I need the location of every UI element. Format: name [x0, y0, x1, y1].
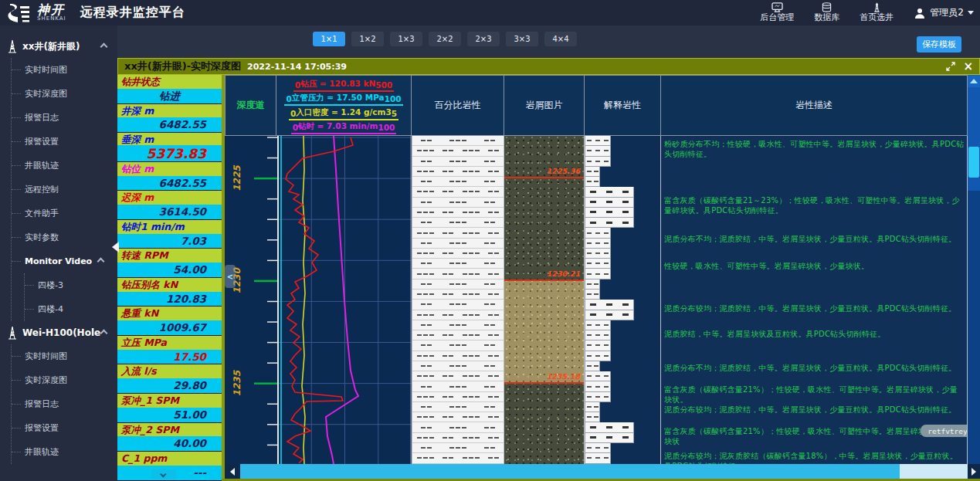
lith-block — [585, 279, 600, 290]
lith-block — [585, 177, 600, 187]
parameter-collapse-handle[interactable]: < — [225, 265, 236, 288]
lith-symbol — [421, 386, 432, 388]
sidebar-item-四楼-3[interactable]: 四楼-3 — [25, 273, 117, 297]
user-menu[interactable]: 管理员2 — [914, 6, 974, 19]
sidebar-item-远程控制[interactable]: 远程控制 — [12, 178, 117, 202]
param-value: 40.00 — [117, 436, 222, 451]
save-template-button[interactable]: 保存模板 — [917, 36, 961, 53]
lith-symbol — [463, 416, 480, 418]
sidebar-item-报警日志[interactable]: 报警日志 — [12, 106, 117, 130]
vertical-scrollbar-thumb[interactable] — [968, 147, 979, 178]
sidebar-item-实时参数[interactable]: 实时参数 — [12, 225, 117, 249]
percent-row — [412, 361, 504, 371]
scroll-up-button[interactable] — [968, 75, 980, 87]
top-navbar: 神开 SHENKAI 远程录井监控平台 后台管理 数据库 首页选井 管理员2 — [0, 0, 980, 25]
lith-symbol — [587, 140, 592, 141]
tree-connector — [25, 309, 34, 310]
lith-symbol — [587, 406, 592, 408]
lith-block — [585, 412, 600, 422]
nav-well-select[interactable]: 首页选井 — [860, 2, 894, 22]
sidebar-item-实时深度图[interactable]: 实时深度图 — [12, 368, 117, 392]
curve-max: 100 — [385, 94, 402, 103]
well-name: xx井(新井眼) — [22, 40, 80, 53]
param-value: 1009.67 — [117, 320, 222, 335]
lith-symbol — [590, 222, 596, 224]
logo-en: SHENKAI — [37, 16, 66, 22]
sidebar-item-label: 文件助手 — [25, 208, 59, 219]
percent-row — [412, 167, 504, 177]
column-header-岩屑图片: 岩屑图片 — [504, 75, 585, 136]
lith-block — [585, 402, 600, 412]
lith-symbol — [443, 334, 453, 336]
lith-symbol — [443, 191, 453, 192]
lith-block — [585, 392, 611, 402]
lithology-percent-track — [412, 136, 504, 464]
sidebar-item-报警设置[interactable]: 报警设置 — [12, 416, 117, 440]
sidebar-item-井眼轨迹[interactable]: 井眼轨迹 — [12, 440, 117, 464]
nav-database[interactable]: 数据库 — [814, 2, 839, 22]
param-value: 7.03 — [117, 234, 222, 249]
lith-symbol — [604, 386, 609, 388]
percent-row — [412, 392, 504, 402]
sidebar-item-实时深度图[interactable]: 实时深度图 — [12, 82, 117, 106]
logo-cn: 神开 — [37, 4, 66, 16]
sidebar-item-文件助手[interactable]: 文件助手 — [12, 202, 117, 225]
layout-tab-2×2[interactable]: 2×2 — [429, 32, 461, 46]
lith-symbol — [604, 232, 609, 234]
lith-symbol — [488, 293, 499, 295]
layout-tab-1×3[interactable]: 1×3 — [390, 32, 422, 46]
sidebar-item-报警设置[interactable]: 报警设置 — [12, 130, 117, 154]
layout-tab-1×2[interactable]: 1×2 — [351, 32, 384, 46]
maximize-icon[interactable] — [946, 62, 955, 71]
description-paragraph-10: 泥质分布较均；泥灰质胶结（碳酸钙含量18%），中等。岩屑呈块状，少量豆粒状。具P… — [664, 451, 965, 464]
layout-tab-4×4[interactable]: 4×4 — [544, 32, 577, 46]
lith-symbol — [484, 263, 495, 264]
sidebar-well-1[interactable]: Wei-H100(Hole-1) — [0, 321, 117, 344]
lith-symbol — [449, 427, 466, 428]
lith-symbol — [463, 293, 480, 295]
sidebar-well-0[interactable]: xx井(新井眼) — [0, 35, 117, 58]
sidebar-item-井眼轨迹[interactable]: 井眼轨迹 — [12, 154, 117, 178]
horizontal-scrollbar[interactable] — [225, 464, 968, 479]
param-item-10: 入流 l/s29.80 — [117, 364, 222, 394]
scroll-left-button[interactable] — [225, 464, 240, 479]
lith-symbol — [488, 273, 499, 275]
param-label: 钻井状态 — [117, 75, 222, 89]
sidebar-collapse-handle[interactable] — [112, 242, 119, 252]
percent-row — [412, 157, 504, 167]
lith-symbol — [463, 273, 480, 275]
horizontal-scrollbar-thumb[interactable] — [240, 464, 900, 479]
lith-symbol — [449, 386, 466, 388]
sidebar-item-实时时间图[interactable]: 实时时间图 — [12, 58, 117, 82]
lith-symbol — [595, 273, 600, 275]
layout-tab-3×3[interactable]: 3×3 — [506, 32, 538, 46]
tree-connector — [12, 213, 21, 214]
lith-symbol — [595, 150, 600, 151]
lith-symbol — [484, 283, 495, 285]
vertical-scrollbar[interactable] — [968, 75, 980, 464]
logo-text: 神开 SHENKAI — [37, 4, 66, 22]
lith-block — [585, 259, 611, 269]
percent-row — [412, 340, 504, 351]
lith-symbol — [595, 344, 600, 346]
lith-block — [585, 433, 634, 443]
layout-tab-2×3[interactable]: 2×3 — [467, 32, 500, 46]
nav-admin[interactable]: 后台管理 — [760, 2, 794, 22]
lith-symbol — [587, 344, 592, 346]
lith-symbol — [443, 252, 453, 254]
scroll-right-button[interactable] — [968, 464, 980, 479]
lith-symbol — [421, 242, 432, 244]
lith-symbol — [587, 457, 592, 459]
sidebar-group-monitor-video[interactable]: Monitor Video — [12, 249, 117, 273]
well-select-icon — [871, 2, 883, 12]
sidebar-item-实时时间图[interactable]: 实时时间图 — [12, 344, 117, 368]
sidebar-item-四楼-4[interactable]: 四楼-4 — [25, 297, 117, 321]
close-icon[interactable]: × — [963, 62, 973, 71]
sidebar-item-报警日志[interactable]: 报警日志 — [12, 392, 117, 416]
curve-name-value: 立管压力 = 17.50 MPa — [292, 93, 385, 103]
parameter-expander-button[interactable] — [151, 469, 176, 479]
lith-symbol — [604, 457, 609, 459]
layout-tab-1×1[interactable]: 1×1 — [313, 32, 345, 46]
percent-row — [412, 330, 504, 340]
lith-symbol — [443, 273, 453, 275]
